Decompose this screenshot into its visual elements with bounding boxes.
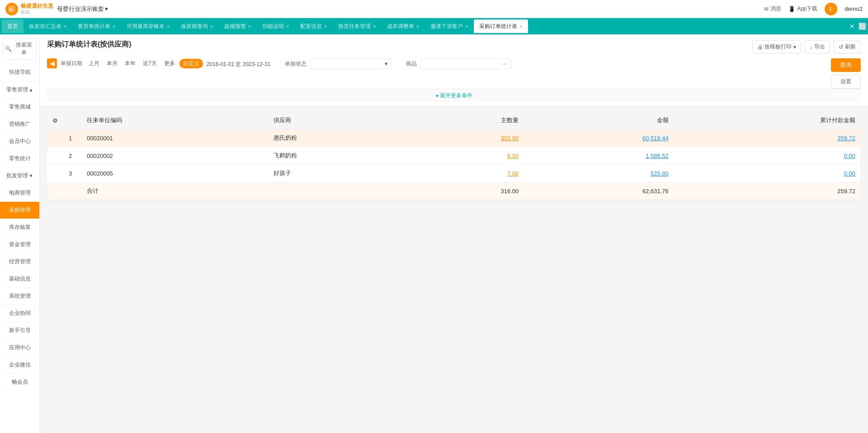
main-qty[interactable]: 7.00 [407, 165, 524, 182]
expand-filter-button[interactable]: ▾ 展开更多条件 [436, 92, 472, 100]
sidebar-item-label: 批发管理 [6, 172, 28, 180]
sidebar-item-label: 零售商城 [9, 104, 31, 110]
table-row: 3 00020005 好孩子 7.00 525.80 0.00 [47, 165, 861, 182]
sidebar-item-finance-mgmt[interactable]: 资金管理 [0, 236, 39, 253]
tab-expiry-query[interactable]: 保质期查询 ✕ [175, 19, 219, 33]
tab-close-icon[interactable]: ✕ [286, 24, 289, 29]
tab-close-icon[interactable]: ✕ [519, 24, 523, 29]
date-btn-this-year[interactable]: 本年 [122, 59, 138, 68]
tab-cost-adjust[interactable]: 成本调整单 ✕ [382, 19, 425, 33]
sidebar-item-vip-member[interactable]: 畅会员 [0, 374, 39, 391]
sidebar-item-marketing[interactable]: 营销推广 [0, 116, 39, 133]
phone-icon: 📱 [788, 6, 795, 12]
setting-button[interactable]: 设置 [831, 75, 861, 89]
refresh-icon: ↺ [839, 44, 843, 50]
sidebar-item-quick-nav[interactable]: 快捷导航 [3, 66, 37, 78]
date-btn-custom[interactable]: 自定义 [179, 59, 203, 68]
refresh-button[interactable]: ↺ 刷新 [834, 40, 861, 53]
sidebar-item-ops-mgmt[interactable]: 经营管理 [0, 253, 39, 271]
tab-overstock-alert[interactable]: 超储预警 ✕ [219, 19, 257, 33]
print-button[interactable]: 🖨 按模板打印 ▾ [752, 40, 801, 53]
sidebar-item-new-guide[interactable]: 新手引导 [0, 322, 39, 339]
main-qty[interactable]: 303.00 [407, 129, 524, 147]
tab-close-icon[interactable]: ✕ [324, 24, 327, 29]
tab-home[interactable]: 首页 [2, 19, 24, 33]
sidebar-item-enterprise-wechat[interactable]: 企业微信 [0, 357, 39, 374]
chevron-icon: ▲ [29, 87, 33, 92]
avatar[interactable]: E [825, 3, 837, 15]
sidebar-item-label: 系统管理 [9, 293, 31, 299]
tab-close-icon[interactable]: ✕ [416, 24, 420, 29]
sidebar-item-app-center[interactable]: 应用中心 [0, 339, 39, 357]
col-header-settings[interactable]: ⚙ [47, 112, 63, 129]
goods-input[interactable]: ··· [420, 58, 511, 69]
sidebar: 🔍 搜索菜单 快捷导航 零售管理 ▲ 零售商城 营销推广 会员中心 零售统计 批… [0, 34, 40, 433]
top-bar-right: ✉ 消息 📱 App下载 E demo2 [764, 3, 863, 15]
sidebar-item-stock-check[interactable]: 库存核算 [0, 219, 39, 236]
main-qty[interactable]: 6.00 [407, 147, 524, 165]
sidebar-item-purchase-mgmt[interactable]: 采购管理 [0, 202, 39, 219]
tab-close-icon[interactable]: ✕ [166, 24, 170, 29]
sidebar-item-label: 企业协同 [9, 310, 31, 316]
sidebar-item-wholesale-mgmt[interactable]: 批发管理 ▼ [0, 167, 39, 185]
tab-close-icon[interactable]: ✕ [112, 24, 116, 29]
sidebar-item-ecommerce-mgmt[interactable]: 电商管理 [0, 185, 39, 202]
tab-close-icon[interactable]: ✕ [63, 24, 67, 29]
tab-close-icon[interactable]: ✕ [248, 24, 251, 29]
sidebar-item-system-mgmt[interactable]: 系统管理 [0, 288, 39, 305]
amount[interactable]: 525.80 [524, 165, 674, 182]
date-btn-last-month[interactable]: 上月 [86, 59, 102, 68]
page-header: 采购订单统计表(按供应商) 🖨 按模板打印 ▾ ↓ 导出 ↺ 刷新 [40, 34, 868, 106]
export-button[interactable]: ↓ 导出 [805, 40, 830, 53]
sidebar-item-retail-mgmt[interactable]: 零售管理 ▲ [0, 81, 39, 99]
breadcrumb-dropdown[interactable]: 母婴行业演示账套 ▾ [57, 5, 108, 13]
sidebar-item-basic-info[interactable]: 基础信息 [0, 271, 39, 288]
tab-order-summary[interactable]: 要货单统计表 ✕ [72, 19, 121, 33]
content-area: 采购订单统计表(按供应商) 🖨 按模板打印 ▾ ↓ 导出 ↺ 刷新 [40, 34, 868, 433]
tab-receive-summary[interactable]: 收发存汇总表 ✕ [24, 19, 72, 33]
tab-close-icon[interactable]: ✕ [210, 24, 213, 29]
sidebar-item-label: 企业微信 [9, 362, 31, 368]
tab-pick-task[interactable]: 拣货任务管理 ✕ [333, 19, 382, 33]
table-row: 1 00020001 惠氏奶粉 303.00 60,519.44 259.72 [47, 129, 861, 147]
message-button[interactable]: ✉ 消息 [764, 5, 781, 13]
top-bar: G 畅捷通好生意 标版 母婴行业演示账套 ▾ ✉ 消息 📱 App下载 E de… [0, 0, 868, 18]
sidebar-item-enterprise-collab[interactable]: 企业协同 [0, 305, 39, 322]
tab-close-all-icon[interactable]: ✕ [849, 23, 855, 30]
sidebar-item-retail-stats[interactable]: 零售统计 [0, 150, 39, 167]
date-filter-label: 单据日期 [61, 60, 82, 67]
app-download-button[interactable]: 📱 App下载 [788, 5, 817, 13]
tab-maximize-icon[interactable]: ⬜ [859, 23, 866, 30]
amount[interactable]: 1,586.52 [524, 147, 674, 165]
footer-paid-amount: 259.72 [674, 182, 861, 200]
date-btn-more[interactable]: 更多 [161, 59, 178, 68]
tab-available-stock[interactable]: 可用量库存账本 ✕ [121, 19, 175, 33]
query-button[interactable]: 查询 [831, 58, 861, 72]
date-btn-7days[interactable]: 近7天 [140, 59, 160, 68]
paid-amount[interactable]: 0.00 [674, 165, 861, 182]
tab-config-info[interactable]: 配置信息 ✕ [295, 19, 333, 33]
paid-amount[interactable]: 0.00 [674, 147, 861, 165]
date-btn-this-month[interactable]: 本月 [104, 59, 120, 68]
sidebar-item-member-center[interactable]: 会员中心 [0, 133, 39, 150]
sidebar-item-retail-shop[interactable]: 零售商城 [0, 99, 39, 116]
tab-purchase-summary[interactable]: 采购订单统计表 ✕ [474, 19, 528, 33]
tab-label: 收发存汇总表 [29, 23, 61, 30]
sidebar-item-label: 采购管理 [9, 207, 31, 213]
logo-icon: G [5, 3, 18, 15]
table-wrapper: ⚙ 往来单位编码 供应商 主数量 金额 累计付款金额 1 00020001 惠 [47, 112, 861, 200]
tab-function-desc[interactable]: 功能说明 ✕ [257, 19, 295, 33]
tab-close-icon[interactable]: ✕ [465, 24, 468, 29]
sidebar-item-label: 新手引导 [9, 327, 31, 333]
tab-invite-downstream[interactable]: 邀请下游客户 ✕ [425, 19, 474, 33]
goods-more-icon: ··· [502, 61, 507, 67]
amount[interactable]: 60,519.44 [524, 129, 674, 147]
tab-close-icon[interactable]: ✕ [373, 24, 376, 29]
paid-amount[interactable]: 259.72 [674, 129, 861, 147]
search-menu-button[interactable]: 🔍 搜索菜单 [3, 38, 37, 60]
status-select[interactable]: ▾ [310, 58, 392, 69]
footer-amount: 62,631.76 [524, 182, 674, 200]
tab-label: 采购订单统计表 [479, 23, 517, 30]
sidebar-item-label: 营销推广 [9, 121, 31, 127]
filter-toggle-button[interactable]: ◀ [47, 58, 57, 68]
